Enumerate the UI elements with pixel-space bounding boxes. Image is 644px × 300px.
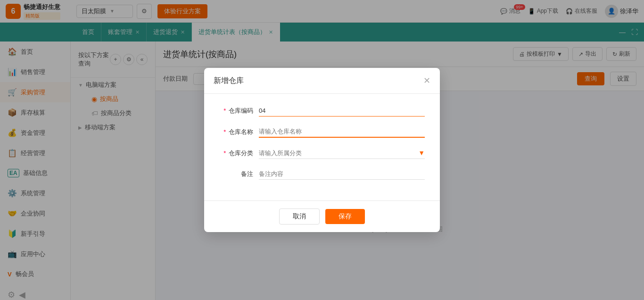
modal-footer: 取消 保存	[204, 200, 440, 232]
required-star3: *	[223, 150, 226, 157]
warehouse-code-row: * 仓库编码	[219, 105, 425, 117]
name-label: * 仓库名称	[219, 128, 253, 136]
warehouse-category-row: * 仓库分类 ▼	[219, 147, 425, 159]
warehouse-note-row: 备注	[219, 168, 425, 180]
modal-header: 新增仓库 ✕	[204, 68, 440, 94]
category-input[interactable]	[259, 150, 418, 157]
modal-title: 新增仓库	[214, 76, 244, 86]
required-star: *	[223, 107, 226, 114]
cancel-button[interactable]: 取消	[279, 208, 320, 225]
new-warehouse-modal: 新增仓库 ✕ * 仓库编码 * 仓库名称	[204, 68, 440, 232]
category-dropdown-arrow[interactable]: ▼	[418, 149, 425, 157]
warehouse-note-input[interactable]	[259, 168, 425, 180]
category-select-wrap: ▼	[259, 147, 425, 159]
warehouse-name-row: * 仓库名称	[219, 126, 425, 138]
warehouse-code-input[interactable]	[259, 105, 425, 117]
note-label: 备注	[219, 170, 253, 178]
modal-body: * 仓库编码 * 仓库名称 * 仓库分类	[204, 94, 440, 200]
warehouse-name-input[interactable]	[259, 126, 425, 138]
save-button[interactable]: 保存	[325, 209, 365, 224]
modal-overlay: 新增仓库 ✕ * 仓库编码 * 仓库名称	[0, 0, 644, 300]
required-star2: *	[223, 128, 226, 135]
category-label: * 仓库分类	[219, 149, 253, 158]
code-label: * 仓库编码	[219, 107, 253, 115]
modal-close-button[interactable]: ✕	[423, 75, 430, 86]
